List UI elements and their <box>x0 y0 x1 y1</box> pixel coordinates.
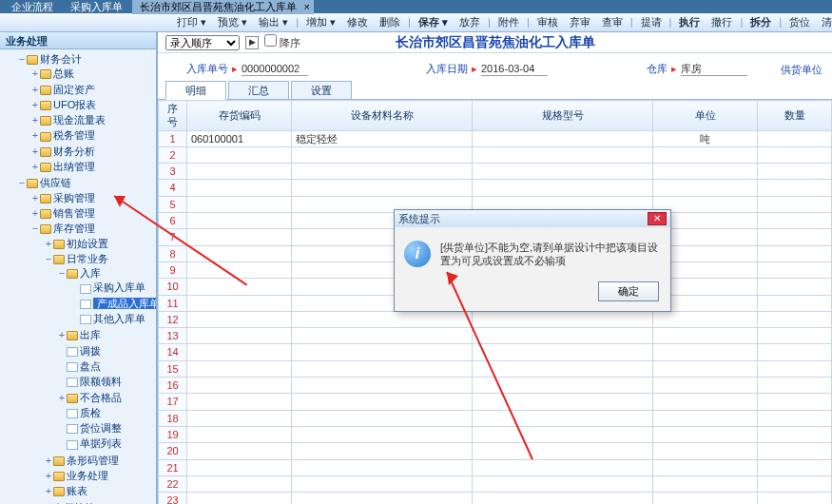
dialog-ok-button[interactable]: 确定 <box>598 281 659 301</box>
tab-enterprise[interactable]: 企业流程 <box>4 0 61 14</box>
split-button[interactable]: 拆分 <box>745 13 777 30</box>
table-row[interactable]: 4 <box>159 180 832 196</box>
tree-caiwufx[interactable]: 财务分析 <box>53 145 95 157</box>
col-spec[interactable]: 规格型号 <box>473 101 653 131</box>
date-label: 入库日期 <box>426 62 468 75</box>
tree-shuiwu[interactable]: 税务管理 <box>53 129 95 141</box>
locate-button[interactable]: 货位 <box>784 13 816 30</box>
subtab-detail[interactable]: 明细 <box>165 81 226 100</box>
tree-zhangbiao[interactable]: 账表 <box>67 485 87 496</box>
exec-button[interactable]: 执行 <box>673 13 706 30</box>
tree-qita[interactable]: 其他入库单 <box>93 313 145 324</box>
nav-tree[interactable]: −财务会计 +总账 +固定资产 +UFO报表 +现金流量表 +税务管理 +财务分… <box>0 49 156 504</box>
tab-label: 长治市郊区昌晋苑焦油化工入库单 <box>140 1 297 12</box>
check2-button[interactable]: 查审 <box>596 13 629 30</box>
sort-desc-checkbox[interactable]: 降序 <box>264 34 300 49</box>
table-row[interactable]: 12 <box>159 311 832 327</box>
add-button[interactable]: 增加 ▾ <box>300 13 341 30</box>
tree-xiaoshou[interactable]: 销售管理 <box>53 207 95 219</box>
clear-button[interactable]: 清货 <box>816 13 832 30</box>
subtab-setting[interactable]: 设置 <box>291 81 352 99</box>
window-tabs: 企业流程 采购入库单 长治市郊区昌晋苑焦油化工入库单 × <box>0 0 832 13</box>
table-row[interactable]: 22 <box>159 475 832 492</box>
doc-no-value[interactable]: 0000000002 <box>242 62 308 76</box>
sub-tabs: 明细 汇总 设置 <box>158 80 832 99</box>
tree-kucun[interactable]: 库存管理 <box>53 223 95 234</box>
dialog-title: 系统提示 <box>398 212 440 225</box>
system-dialog: 系统提示 ✕ i [供货单位]不能为空,请到单据设计中把该项目设置为可见或设置成… <box>394 209 671 312</box>
info-icon: i <box>404 241 431 267</box>
col-code[interactable]: 存货编码 <box>187 101 292 131</box>
sort-go-icon[interactable]: ▶ <box>245 36 259 49</box>
doc-no-label: 入库单号 <box>186 62 228 75</box>
table-row[interactable]: 16 <box>159 378 832 394</box>
subtab-summary[interactable]: 汇总 <box>228 81 289 99</box>
tree-caigou[interactable]: 采购管理 <box>53 192 95 204</box>
table-row[interactable]: 18 <box>159 410 832 426</box>
dialog-message: [供货单位]不能为空,请到单据设计中把该项目设置为可见或设置成不必输项 <box>440 241 661 268</box>
dialog-close-button[interactable]: ✕ <box>648 212 667 225</box>
date-value[interactable]: 2016-03-04 <box>481 62 548 76</box>
table-row[interactable]: 1060100001稳定轻烃吨 <box>159 130 832 146</box>
submit-button[interactable]: 提请 <box>635 13 668 30</box>
tree-ruku[interactable]: 入库 <box>80 267 101 279</box>
tree-tiaobo[interactable]: 调拨 <box>80 345 101 357</box>
unaudit-button[interactable]: 弃审 <box>564 13 596 30</box>
col-seq[interactable]: 序号 <box>159 101 187 131</box>
tree-caiwu[interactable]: 财务会计 <box>40 53 82 65</box>
tree-bhg[interactable]: 不合格品 <box>80 392 122 403</box>
audit-button[interactable]: 审核 <box>532 13 564 30</box>
table-row[interactable]: 17 <box>159 394 832 410</box>
tree-richang[interactable]: 日常业务 <box>67 253 108 264</box>
tree-chanping-selected[interactable]: 产成品入库单 <box>93 298 156 309</box>
tree-xiane[interactable]: 限额领料 <box>80 376 122 387</box>
tree-yewuchuli[interactable]: 业务处理 <box>67 470 108 481</box>
wh-label: 仓库 <box>647 62 668 75</box>
unexec-button[interactable]: 撤行 <box>706 13 738 30</box>
delete-button[interactable]: 删除 <box>374 13 406 30</box>
table-row[interactable]: 13 <box>159 328 832 344</box>
tree-zhijian[interactable]: 质检 <box>80 407 101 418</box>
tab-current-doc[interactable]: 长治市郊区昌晋苑焦油化工入库单 × <box>132 0 314 14</box>
output-button[interactable]: 输出 ▾ <box>253 13 294 30</box>
tree-chushi[interactable]: 初始设置 <box>67 238 108 249</box>
col-unit[interactable]: 单位 <box>653 101 758 131</box>
sidebar: 业务处理 −财务会计 +总账 +固定资产 +UFO报表 +现金流量表 +税务管理… <box>0 32 158 504</box>
col-name[interactable]: 设备材料名称 <box>292 101 473 131</box>
table-row[interactable]: 15 <box>159 360 832 377</box>
attach-button[interactable]: 附件 <box>493 13 525 30</box>
table-row[interactable]: 20 <box>159 443 832 459</box>
tree-danju[interactable]: 单据列表 <box>80 437 122 449</box>
wh-value[interactable]: 库房 <box>681 62 747 76</box>
table-row[interactable]: 3 <box>159 164 832 180</box>
save-button[interactable]: 保存 ▾ <box>413 13 454 30</box>
tree-caigouruku[interactable]: 采购入库单 <box>93 281 145 293</box>
col-qty[interactable]: 数量 <box>758 101 832 131</box>
tree-gyl[interactable]: 供应链 <box>40 177 71 188</box>
tab-purchase-in[interactable]: 采购入库单 <box>63 0 130 14</box>
close-icon[interactable]: × <box>304 0 310 13</box>
tree-chana[interactable]: 出纳管理 <box>53 161 95 172</box>
sort-select[interactable]: 录入顺序 <box>165 35 240 50</box>
table-row[interactable]: 23 <box>159 493 832 504</box>
tree-tiaoxingma[interactable]: 条形码管理 <box>67 455 119 466</box>
table-row[interactable]: 19 <box>159 426 832 442</box>
tree-guding[interactable]: 固定资产 <box>53 84 95 95</box>
tree-chuku[interactable]: 出库 <box>80 329 101 340</box>
table-row[interactable]: 21 <box>159 459 832 475</box>
tree-huowei[interactable]: 货位调整 <box>80 422 122 434</box>
table-row[interactable]: 14 <box>159 344 832 360</box>
toolbar: 打印 ▾ 预览 ▾ 输出 ▾ | 增加 ▾ 修改 删除 | 保存 ▾ 放弃 | … <box>0 13 832 32</box>
edit-button[interactable]: 修改 <box>341 13 374 30</box>
supplier-label: 供货单位 <box>781 63 822 76</box>
page-title: 长治市郊区昌晋苑焦油化工入库单 <box>396 33 595 50</box>
tree-pandian[interactable]: 盘点 <box>80 360 101 372</box>
tree-ufo[interactable]: UFO报表 <box>53 99 96 110</box>
tree-xianjin[interactable]: 现金流量表 <box>53 114 106 126</box>
header-form: 入库单号 ▸ 0000000002 入库日期 ▸ 2016-03-04 仓库 ▸… <box>158 53 832 80</box>
tree-zongzhang[interactable]: 总账 <box>53 68 74 79</box>
print-button[interactable]: 打印 ▾ <box>171 13 212 30</box>
table-row[interactable]: 2 <box>159 146 832 163</box>
preview-button[interactable]: 预览 ▾ <box>212 13 253 30</box>
abandon-button[interactable]: 放弃 <box>454 13 486 30</box>
